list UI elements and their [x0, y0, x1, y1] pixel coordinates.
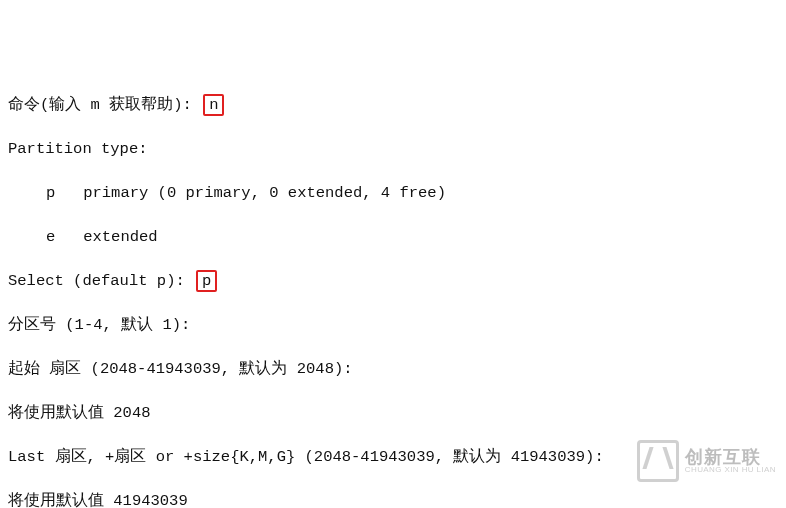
user-input-p: p: [196, 270, 217, 292]
cmd-prompt-1: 命令(输入 m 获取帮助):: [8, 96, 201, 114]
last-sector-prompt: Last 扇区, +扇区 or +size{K,M,G} (2048-41943…: [8, 446, 778, 468]
last-sector-default: 将使用默认值 41943039: [8, 490, 778, 508]
partition-type-extended: e extended: [8, 226, 778, 248]
first-sector-prompt: 起始 扇区 (2048-41943039, 默认为 2048):: [8, 358, 778, 380]
select-line: Select (default p): p: [8, 270, 778, 292]
user-input-n: n: [203, 94, 224, 116]
partition-number-prompt: 分区号 (1-4, 默认 1):: [8, 314, 778, 336]
watermark-en: CHUANG XIN HU LIAN: [685, 466, 776, 474]
select-prompt: Select (default p):: [8, 272, 194, 290]
first-sector-default: 将使用默认值 2048: [8, 402, 778, 424]
partition-type-primary: p primary (0 primary, 0 extended, 4 free…: [8, 182, 778, 204]
partition-type-header: Partition type:: [8, 138, 778, 160]
cmd-line-1: 命令(输入 m 获取帮助): n: [8, 94, 778, 116]
